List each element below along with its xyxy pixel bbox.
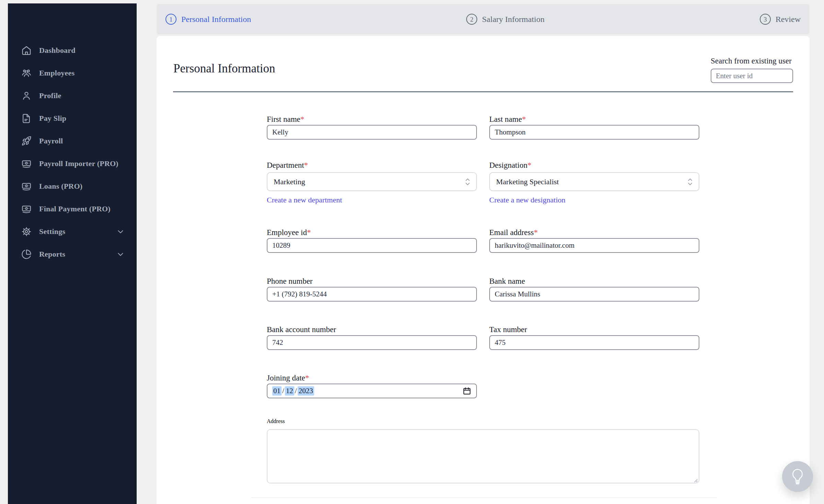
- sidebar-item-label: Employees: [39, 69, 75, 78]
- sidebar-item-payroll[interactable]: Payroll: [8, 130, 137, 152]
- chevron-down-icon: [116, 250, 125, 259]
- sidebar-item-label: Loans (PRO): [39, 182, 82, 191]
- step-review[interactable]: 3 Review: [760, 14, 801, 25]
- chevron-down-icon: [116, 227, 125, 236]
- date-year-segment[interactable]: 2023: [298, 386, 314, 396]
- email-label: Email address*: [489, 228, 699, 237]
- step-label: Review: [776, 15, 801, 24]
- lightbulb-icon: [789, 467, 806, 486]
- sidebar-item-dashboard[interactable]: Dashboard: [8, 39, 137, 62]
- sidebar-item-payroll-importer[interactable]: Payroll Importer (PRO): [8, 152, 137, 175]
- calendar-icon[interactable]: [462, 387, 471, 396]
- step-label: Personal Information: [181, 15, 251, 24]
- search-label: Search from existing user: [711, 57, 793, 66]
- field-department: Department* Marketing Create a new depar…: [267, 161, 477, 204]
- banknote-icon: [21, 181, 32, 191]
- document-icon: [21, 113, 32, 124]
- gear-icon: [21, 226, 32, 237]
- select-chevrons-icon: [465, 177, 471, 187]
- department-select[interactable]: Marketing: [267, 172, 477, 191]
- required-marker: *: [522, 115, 526, 124]
- field-address: Address: [267, 418, 699, 485]
- stepper: 1 Personal Information 2 Salary Informat…: [157, 4, 810, 34]
- phone-input[interactable]: [267, 287, 477, 302]
- rocket-icon: [21, 136, 32, 146]
- bank-name-input[interactable]: [489, 287, 699, 302]
- step-label: Salary Information: [482, 15, 545, 24]
- field-tax-number: Tax number: [489, 325, 699, 350]
- sidebar-item-settings[interactable]: Settings: [8, 220, 137, 243]
- field-phone: Phone number: [267, 277, 477, 302]
- sidebar-item-pay-slip[interactable]: Pay Slip: [8, 107, 137, 130]
- field-joining-date: Joining date* 01 / 12 / 2023: [267, 374, 477, 398]
- header-divider: [173, 91, 793, 92]
- employee-id-input[interactable]: [267, 238, 477, 253]
- sidebar-item-employees[interactable]: Employees: [8, 62, 137, 84]
- field-first-name: First name*: [267, 115, 477, 140]
- user-icon: [21, 91, 32, 101]
- sidebar: Dashboard Employees Profile Pay Slip Pay: [8, 3, 137, 504]
- tax-number-label: Tax number: [489, 325, 699, 334]
- date-day-segment[interactable]: 12: [285, 386, 294, 396]
- joining-date-label: Joining date*: [267, 374, 477, 383]
- employee-id-label: Employee id*: [267, 228, 477, 237]
- required-marker: *: [307, 228, 311, 237]
- designation-selected-value: Marketing Specialist: [496, 177, 559, 186]
- last-name-input[interactable]: [489, 125, 699, 140]
- joining-date-input[interactable]: 01 / 12 / 2023: [267, 384, 477, 398]
- address-label: Address: [267, 418, 285, 424]
- address-textarea[interactable]: [267, 429, 699, 483]
- sidebar-item-label: Reports: [39, 250, 65, 259]
- personal-information-card: Personal Information Search from existin…: [157, 36, 810, 504]
- field-designation: Designation* Marketing Specialist Create…: [489, 161, 699, 204]
- field-bank-account: Bank account number: [267, 325, 477, 350]
- required-marker: *: [305, 374, 309, 382]
- step-personal-information[interactable]: 1 Personal Information: [165, 14, 251, 25]
- create-department-link[interactable]: Create a new department: [267, 196, 342, 204]
- search-user-input[interactable]: [711, 69, 793, 83]
- step-number: 3: [760, 14, 771, 25]
- step-number: 2: [466, 14, 477, 25]
- page-title: Personal Information: [173, 61, 275, 76]
- bank-name-label: Bank name: [489, 277, 699, 286]
- banknote-icon: [21, 159, 32, 169]
- field-bank-name: Bank name: [489, 277, 699, 302]
- hint-button[interactable]: [782, 461, 813, 492]
- sidebar-item-profile[interactable]: Profile: [8, 84, 137, 107]
- users-icon: [21, 68, 32, 78]
- department-label: Department*: [267, 161, 477, 170]
- first-name-input[interactable]: [267, 125, 477, 140]
- card-header: Personal Information Search from existin…: [173, 36, 793, 83]
- sidebar-item-label: Profile: [39, 91, 61, 100]
- section-divider: [251, 497, 717, 498]
- last-name-label: Last name*: [489, 115, 699, 124]
- sidebar-item-loans[interactable]: Loans (PRO): [8, 175, 137, 198]
- bank-account-input[interactable]: [267, 335, 477, 350]
- date-month-segment[interactable]: 01: [272, 386, 282, 396]
- pie-chart-icon: [21, 249, 32, 259]
- field-employee-id: Employee id*: [267, 228, 477, 253]
- required-marker: *: [527, 161, 531, 169]
- step-number: 1: [165, 14, 176, 25]
- main-content: 1 Personal Information 2 Salary Informat…: [157, 4, 810, 504]
- sidebar-item-label: Dashboard: [39, 46, 76, 55]
- first-name-label: First name*: [267, 115, 477, 124]
- sidebar-item-label: Payroll: [39, 137, 63, 145]
- create-designation-link[interactable]: Create a new designation: [489, 196, 565, 204]
- sidebar-item-label: Payroll Importer (PRO): [39, 159, 118, 168]
- sidebar-item-reports[interactable]: Reports: [8, 243, 137, 266]
- personal-information-form: First name* Last name* Department* Marke…: [267, 115, 699, 485]
- sidebar-item-label: Settings: [39, 227, 65, 236]
- department-selected-value: Marketing: [274, 177, 305, 186]
- email-input[interactable]: [489, 238, 699, 253]
- designation-label: Designation*: [489, 161, 699, 170]
- select-chevrons-icon: [687, 177, 693, 187]
- search-block: Search from existing user: [711, 57, 793, 83]
- sidebar-nav: Dashboard Employees Profile Pay Slip Pay: [8, 3, 137, 266]
- sidebar-item-final-payment[interactable]: Final Payment (PRO): [8, 198, 137, 220]
- sidebar-item-label: Pay Slip: [39, 114, 66, 123]
- step-salary-information[interactable]: 2 Salary Information: [466, 14, 545, 25]
- tax-number-input[interactable]: [489, 335, 699, 350]
- bank-account-label: Bank account number: [267, 325, 477, 334]
- designation-select[interactable]: Marketing Specialist: [489, 172, 699, 191]
